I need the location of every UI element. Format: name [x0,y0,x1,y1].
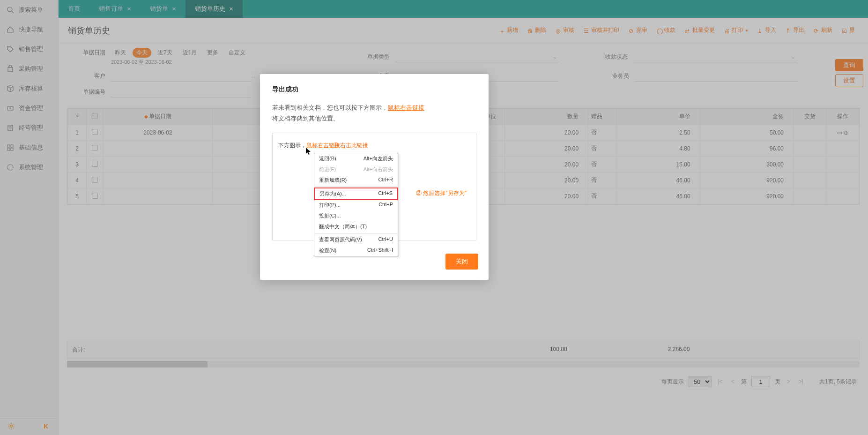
ctx-item: 翻成中文（简体）(T) [314,221,398,232]
cursor-icon [305,147,312,156]
ctx-item: 打印(P)...Ctrl+P [314,200,398,210]
context-menu-illustration: 返回(B)Alt+向左箭头前进(F)Alt+向右箭头重新加载(R)Ctrl+R另… [314,153,398,256]
ctx-item: 返回(B)Alt+向左箭头 [314,153,398,164]
modal-text: 若未看到相关文档，您也可以按下方图示，鼠标右击链接 将文档存储到其他位置。 [272,102,476,124]
modal-title: 导出成功 [272,85,476,94]
annotation-1: ① 右击此链接 [333,142,368,150]
modal-close-button[interactable]: 关闭 [445,254,478,270]
modal-link[interactable]: 鼠标右击链接 [388,104,424,111]
modal-illustration: 下方图示，鼠标右击链接 ① 右击此链接 ② 然后选择"另存为" 返回(B)Alt… [272,133,476,240]
ctx-item: 检查(N)Ctrl+Shift+I [314,245,398,256]
ctx-item: 查看网页源代码(V)Ctrl+U [314,234,398,245]
ctx-item: 重新加载(R)Ctrl+R [314,175,398,186]
export-success-modal: 导出成功 若未看到相关文档，您也可以按下方图示，鼠标右击链接 将文档存储到其他位… [260,74,489,280]
annotation-2: ② 然后选择"另存为" [416,189,467,197]
ctx-item: 另存为(A)...Ctrl+S [314,188,398,200]
ctx-item: 投射(C)... [314,210,398,221]
ctx-item: 前进(F)Alt+向右箭头 [314,164,398,175]
